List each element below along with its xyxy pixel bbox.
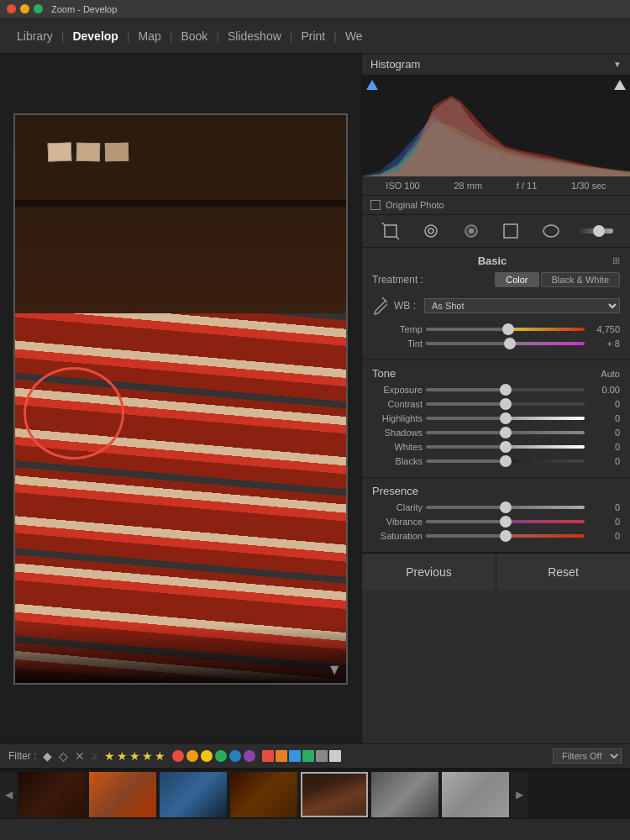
filter-boxes xyxy=(262,750,341,762)
clip-shadow-icon[interactable] xyxy=(366,80,378,90)
vibrance-thumb[interactable] xyxy=(500,516,512,528)
filter-yellow-dot[interactable] xyxy=(201,750,213,762)
nav-slideshow[interactable]: Slideshow xyxy=(219,18,290,53)
highlights-thumb[interactable] xyxy=(500,412,512,424)
adjustment-brush-icon[interactable] xyxy=(580,228,613,234)
crop-tool-icon[interactable] xyxy=(379,222,402,240)
shadows-thumb[interactable] xyxy=(500,427,512,438)
vibrance-slider[interactable] xyxy=(426,520,585,523)
highlights-fill xyxy=(426,417,506,420)
star-1[interactable]: ★ xyxy=(104,749,115,763)
contrast-slider-row: Contrast 0 xyxy=(372,399,620,409)
nav-book[interactable]: Book xyxy=(172,18,216,53)
contrast-slider[interactable] xyxy=(426,402,585,406)
auto-button[interactable]: Auto xyxy=(601,369,620,379)
filter-blue-dot[interactable] xyxy=(229,750,241,762)
whites-fill xyxy=(426,445,506,449)
saturation-slider[interactable] xyxy=(426,534,585,538)
film-thumb-1[interactable] xyxy=(18,772,86,817)
filter-white-box[interactable] xyxy=(329,750,341,762)
blacks-thumb[interactable] xyxy=(500,455,512,467)
temp-slider[interactable] xyxy=(426,328,585,331)
contrast-thumb[interactable] xyxy=(500,398,512,410)
tint-slider[interactable] xyxy=(426,342,585,345)
right-panel: Histogram ▼ ISO 100 28 mm f / 11 1/30 xyxy=(361,54,630,743)
nav-map[interactable]: Map xyxy=(130,18,170,53)
previous-button[interactable]: Previous xyxy=(362,554,496,591)
filmstrip-left-arrow[interactable]: ◀ xyxy=(0,772,17,817)
treatment-bw-btn[interactable]: Black & White xyxy=(541,272,620,287)
filter-gray-box[interactable] xyxy=(316,750,328,762)
film-thumb-2[interactable] xyxy=(89,772,156,817)
vibrance-fill xyxy=(426,520,506,523)
filter-green-dot[interactable] xyxy=(215,750,227,762)
radial-filter-icon[interactable] xyxy=(539,222,563,240)
filter-reject-icon[interactable]: ✕ xyxy=(75,749,85,763)
wall-photos xyxy=(48,143,129,161)
graduated-filter-icon[interactable] xyxy=(499,222,522,240)
tint-thumb[interactable] xyxy=(504,338,516,349)
star-3[interactable]: ★ xyxy=(129,749,140,763)
filter-orange-box[interactable] xyxy=(276,750,287,762)
filter-unflag-icon[interactable]: ◇ xyxy=(59,749,68,763)
film-thumb-5[interactable] xyxy=(301,772,368,817)
blacks-slider[interactable] xyxy=(426,459,585,463)
minimize-dot[interactable] xyxy=(20,4,29,13)
star-2[interactable]: ★ xyxy=(117,749,128,763)
film-thumb-4[interactable] xyxy=(230,772,297,817)
film-thumb-4-image xyxy=(230,772,297,817)
maximize-dot[interactable] xyxy=(34,4,43,13)
filter-red-box[interactable] xyxy=(262,750,274,762)
nav-library[interactable]: Library xyxy=(8,18,61,53)
film-thumb-1-image xyxy=(18,772,86,817)
star-5[interactable]: ★ xyxy=(155,749,165,763)
ceiling-beam xyxy=(15,200,346,207)
clarity-thumb[interactable] xyxy=(500,501,512,513)
shadows-slider[interactable] xyxy=(426,431,585,434)
tint-fill xyxy=(426,342,510,345)
film-thumb-6[interactable] xyxy=(371,772,438,817)
exposure-slider[interactable] xyxy=(426,388,585,391)
nav-develop[interactable]: Develop xyxy=(64,18,126,53)
temp-thumb[interactable] xyxy=(502,323,514,335)
histogram-collapse-icon[interactable]: ▼ xyxy=(613,60,622,69)
redeye-icon[interactable] xyxy=(459,222,483,240)
filmstrip-right-arrow[interactable]: ▶ xyxy=(511,772,528,817)
scroll-down-icon[interactable]: ▼ xyxy=(327,661,342,679)
film-thumb-3[interactable] xyxy=(160,772,227,817)
photo-container[interactable]: ▼ xyxy=(13,113,348,685)
spot-removal-icon[interactable] xyxy=(419,222,443,240)
clip-highlight-icon[interactable] xyxy=(614,80,626,90)
star-4[interactable]: ★ xyxy=(142,749,153,763)
contrast-fill xyxy=(426,402,506,406)
filter-bar: Filter : ◆ ◇ ✕ ≥ ★ ★ ★ ★ ★ Filters Off xyxy=(0,743,630,769)
highlights-slider[interactable] xyxy=(426,417,585,420)
contrast-label: Contrast xyxy=(372,399,423,409)
filters-off-select[interactable]: Filters Off xyxy=(553,748,622,764)
histogram-header: Histogram ▼ xyxy=(362,54,630,76)
filter-blue-box[interactable] xyxy=(289,750,301,762)
treatment-color-btn[interactable]: Color xyxy=(495,272,538,287)
original-photo-checkbox[interactable] xyxy=(370,200,381,210)
basic-pin-icon[interactable]: ⊞ xyxy=(612,255,620,266)
nav-print[interactable]: Print xyxy=(292,18,333,53)
filter-green-box[interactable] xyxy=(302,750,314,762)
reset-button[interactable]: Reset xyxy=(496,554,630,591)
clarity-slider[interactable] xyxy=(426,506,585,509)
svg-rect-7 xyxy=(504,224,517,238)
eyedropper-icon[interactable] xyxy=(372,294,389,318)
filter-flag-icon[interactable]: ◆ xyxy=(43,749,52,763)
exposure-thumb[interactable] xyxy=(500,384,512,396)
whites-slider[interactable] xyxy=(426,445,585,449)
whites-thumb[interactable] xyxy=(500,441,512,453)
close-dot[interactable] xyxy=(7,4,16,13)
film-thumb-7[interactable] xyxy=(442,772,509,817)
whites-value: 0 xyxy=(588,442,620,452)
filter-purple-dot[interactable] xyxy=(244,750,255,762)
star-rating[interactable]: ★ ★ ★ ★ ★ xyxy=(104,749,165,763)
nav-we[interactable]: We xyxy=(337,18,371,53)
saturation-thumb[interactable] xyxy=(500,530,512,542)
filter-orange-dot[interactable] xyxy=(186,750,198,762)
wb-select[interactable]: As Shot Auto Daylight Cloudy Shade Tungs… xyxy=(424,298,620,313)
filter-red-dot[interactable] xyxy=(172,750,184,762)
